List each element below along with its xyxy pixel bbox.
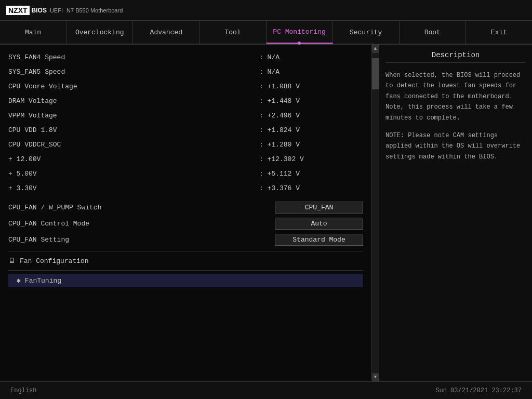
logo-bios: BIOS (32, 7, 47, 14)
setting-value: : +1.088 V (259, 83, 363, 90)
setting-value: : +1.824 V (259, 126, 363, 134)
footer-datetime: Sun 03/21/2021 23:22:37 (435, 387, 522, 394)
scroll-thumb[interactable] (372, 58, 379, 89)
scrollbar-track[interactable]: ▲ ▼ (371, 45, 379, 381)
divider-1 (8, 251, 363, 251)
description-paragraph-0: When selected, the BIOS will proceed to … (385, 70, 526, 123)
fan-config-icon: 🖥 (8, 257, 16, 265)
setting-value: : +1.448 V (259, 97, 363, 105)
logo-nzxt: NZXT (6, 6, 30, 15)
nav-item-advanced[interactable]: Advanced (133, 21, 200, 44)
setting-row: + 5.00V: +5.112 V (0, 166, 371, 181)
nav-item-security[interactable]: Security (333, 21, 400, 44)
settings-panel: SYS_FAN4 Speed: N/ASYS_FAN5 Speed: N/ACP… (0, 45, 371, 381)
setting-value: : +2.496 V (259, 112, 363, 119)
main-content: SYS_FAN4 Speed: N/ASYS_FAN5 Speed: N/ACP… (0, 45, 532, 381)
nav-item-exit[interactable]: Exit (466, 21, 532, 44)
setting-label: + 12.00V (8, 155, 259, 163)
control-row: CPU_FAN SettingStandard Mode (0, 232, 371, 248)
setting-label: DRAM Voltage (8, 97, 259, 105)
setting-label: SYS_FAN5 Speed (8, 68, 259, 76)
setting-label: SYS_FAN4 Speed (8, 54, 259, 61)
control-value-btn[interactable]: Standard Mode (275, 234, 363, 246)
setting-row: SYS_FAN5 Speed: N/A (0, 64, 371, 79)
fan-config-header: 🖥 Fan Configuration (0, 255, 371, 267)
scroll-up-btn[interactable]: ▲ (372, 45, 379, 53)
setting-value: : +1.280 V (259, 141, 363, 149)
control-label: CPU_FAN Control Mode (8, 220, 275, 228)
settings-rows: SYS_FAN4 Speed: N/ASYS_FAN5 Speed: N/ACP… (0, 50, 371, 195)
fantuning-label: FanTuning (25, 277, 61, 285)
description-title: Description (385, 51, 526, 63)
setting-label: CPU VDDCR_SOC (8, 141, 259, 149)
control-row: CPU_FAN / W_PUMP SwitchCPU_FAN (0, 200, 371, 216)
nav-item-main[interactable]: Main (0, 21, 66, 44)
nav-item-overclocking[interactable]: Overclocking (66, 21, 133, 44)
nav-bar: MainOverclockingAdvancedToolPC Monitorin… (0, 21, 532, 45)
setting-label: VPPM Voltage (8, 112, 259, 119)
setting-row: CPU VDDCR_SOC: +1.280 V (0, 137, 371, 152)
divider-2 (8, 270, 363, 271)
setting-row: SYS_FAN4 Speed: N/A (0, 50, 371, 64)
setting-row: CPU Vcore Voltage: +1.088 V (0, 79, 371, 94)
control-value-btn[interactable]: CPU_FAN (275, 202, 363, 214)
fantuning-row[interactable]: ✱ FanTuning (8, 274, 363, 287)
fantuning-icon: ✱ (17, 276, 21, 285)
footer-language: English (10, 387, 36, 394)
logo-subtitle: UEFI N7 B550 Motherboard (50, 7, 123, 14)
setting-row: DRAM Voltage: +1.448 V (0, 94, 371, 108)
nav-item-pc-monitoring[interactable]: PC Monitoring (267, 21, 333, 44)
control-label: CPU_FAN / W_PUMP Switch (8, 204, 275, 211)
setting-label: CPU VDD 1.8V (8, 126, 259, 134)
scroll-track (372, 53, 379, 373)
control-label: CPU_FAN Setting (8, 236, 275, 244)
nav-item-tool[interactable]: Tool (200, 21, 266, 44)
setting-label: + 3.30V (8, 184, 259, 192)
fan-config-label: Fan Configuration (20, 257, 89, 265)
setting-row: CPU VDD 1.8V: +1.824 V (0, 123, 371, 137)
description-paragraph-1: NOTE: Please note CAM settings applied w… (385, 130, 526, 162)
nav-item-boot[interactable]: Boot (400, 21, 466, 44)
setting-label: CPU Vcore Voltage (8, 83, 259, 90)
setting-row: + 12.00V: +12.302 V (0, 152, 371, 166)
control-row: CPU_FAN Control ModeAuto (0, 216, 371, 232)
setting-value: : +12.302 V (259, 155, 363, 163)
footer: English Sun 03/21/2021 23:22:37 (0, 381, 532, 399)
setting-row: + 3.30V: +3.376 V (0, 181, 371, 195)
logo: NZXT BIOS UEFI N7 B550 Motherboard (6, 6, 123, 15)
setting-value: : +3.376 V (259, 184, 363, 192)
setting-value: : N/A (259, 54, 363, 61)
setting-value: : N/A (259, 68, 363, 76)
control-value-btn[interactable]: Auto (275, 218, 363, 230)
setting-value: : +5.112 V (259, 170, 363, 178)
header-bar: NZXT BIOS UEFI N7 B550 Motherboard (0, 0, 532, 21)
controls-rows: CPU_FAN / W_PUMP SwitchCPU_FANCPU_FAN Co… (0, 200, 371, 248)
setting-label: + 5.00V (8, 170, 259, 178)
setting-row: VPPM Voltage: +2.496 V (0, 108, 371, 123)
scroll-down-btn[interactable]: ▼ (372, 373, 379, 381)
description-text-container: When selected, the BIOS will proceed to … (385, 70, 526, 162)
description-panel: Description When selected, the BIOS will… (379, 45, 532, 381)
